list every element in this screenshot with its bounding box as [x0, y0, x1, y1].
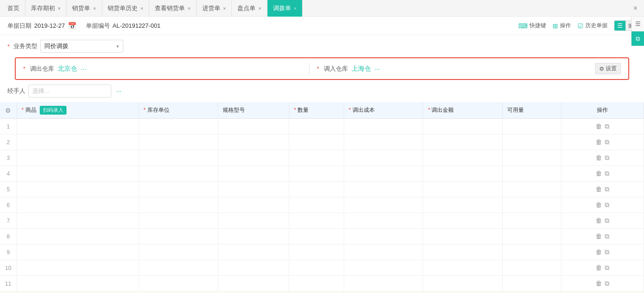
row-1-cost[interactable]: [344, 119, 423, 134]
row-1-amount[interactable]: [423, 119, 503, 134]
handler-label: 经手人: [7, 87, 25, 95]
handler-more-icon[interactable]: ···: [116, 87, 122, 95]
delete-icon-row8[interactable]: 🗑: [595, 232, 602, 240]
row-1-spec[interactable]: [218, 119, 289, 134]
history-button[interactable]: ☑ 历史单据: [577, 22, 608, 30]
copy-icon-row2[interactable]: ⧉: [605, 138, 609, 146]
transfer-in-field: * 调入仓库 上海仓 ···: [317, 65, 595, 73]
required-mark-in: *: [317, 65, 319, 72]
row-1-product[interactable]: [17, 119, 139, 134]
settings-button[interactable]: ⚙ 设置: [595, 63, 621, 74]
copy-icon-row7[interactable]: ⧉: [605, 217, 609, 225]
col-actions: 操作: [561, 102, 644, 119]
table-row: 4 🗑⧉: [0, 166, 644, 182]
transfer-table: ⚙ * 商品 扫码录入 * 库存单位 规格型号 *: [0, 102, 644, 293]
table-container: ⚙ * 商品 扫码录入 * 库存单位 规格型号 *: [0, 102, 644, 293]
copy-icon-row8[interactable]: ⧉: [605, 232, 609, 240]
tab-purchase-order[interactable]: 进货单 ×: [197, 0, 232, 17]
tab-inventory-count[interactable]: 盘点单 ×: [232, 0, 267, 17]
transfer-in-label: 调入仓库: [324, 65, 348, 73]
handler-field: 经手人 选择... ···: [7, 85, 122, 98]
right-sidebar: ☰ ⧉: [631, 17, 644, 46]
toolbar-right: ⌨ 快捷键 ⊞ 操作 ☑ 历史单据 ☰ ⊞: [518, 20, 637, 31]
scan-btn[interactable]: 扫码录入: [40, 106, 67, 115]
table-row: 11 🗑⧉: [0, 276, 644, 292]
row-num-1: 1: [0, 119, 17, 134]
col-product: * 商品 扫码录入: [17, 102, 139, 119]
date-label: 单据日期: [7, 22, 31, 30]
copy-icon-row11[interactable]: ⧉: [605, 280, 609, 287]
calendar-icon[interactable]: 📅: [68, 22, 77, 30]
delete-icon-row4[interactable]: 🗑: [595, 170, 602, 177]
tab-home[interactable]: 首页: [2, 0, 25, 17]
subtotal-cost: 0.00: [344, 292, 423, 293]
row-1-qty[interactable]: [289, 119, 344, 134]
table-header-row: ⚙ * 商品 扫码录入 * 库存单位 规格型号 *: [0, 102, 644, 119]
delete-icon-row7[interactable]: 🗑: [595, 217, 602, 225]
row-1-unit[interactable]: [139, 119, 218, 134]
grid-icon: ⊞: [553, 22, 558, 30]
subtotal-qty: 0.00: [289, 292, 344, 293]
table-row: 1 🗑 ⧉: [0, 119, 644, 134]
date-value: 2019-12-27: [34, 22, 65, 29]
handler-select[interactable]: 选择...: [28, 85, 111, 98]
tab-close-purchase-order[interactable]: ×: [223, 6, 226, 11]
transfer-out-more-icon[interactable]: ···: [81, 65, 86, 73]
copy-icon-row9[interactable]: ⧉: [605, 248, 609, 256]
window-close-button[interactable]: ×: [629, 4, 642, 12]
row-1-available[interactable]: [503, 119, 561, 134]
gear-settings-icon[interactable]: ⚙: [5, 107, 11, 114]
copy-icon-row5[interactable]: ⧉: [605, 185, 609, 193]
shortcuts-button[interactable]: ⌨ 快捷键: [518, 22, 546, 30]
delete-icon-row1[interactable]: 🗑: [595, 122, 602, 130]
sidebar-export-icon[interactable]: ⧉: [632, 31, 644, 46]
tab-view-sales[interactable]: 查看销货单 ×: [149, 0, 196, 17]
toolbar: 单据日期 2019-12-27 📅 单据编号 AL-20191227-001 ⌨…: [0, 17, 644, 35]
delete-icon-row11[interactable]: 🗑: [595, 280, 602, 287]
delete-icon-row2[interactable]: 🗑: [595, 138, 602, 146]
settings-icon: ⚙: [599, 66, 604, 72]
tab-close-inventory-init[interactable]: ×: [58, 6, 61, 11]
business-type-select[interactable]: 同价调拨 ▾: [40, 40, 123, 53]
sidebar-list-icon[interactable]: ☰: [632, 17, 644, 31]
delete-icon-row5[interactable]: 🗑: [595, 185, 602, 193]
layout-list-btn[interactable]: ☰: [614, 21, 626, 31]
tab-close-transfer-order[interactable]: ×: [294, 6, 297, 11]
delete-icon-row6[interactable]: 🗑: [595, 201, 602, 209]
table-row: 3 🗑⧉: [0, 150, 644, 166]
docno-group: 单据编号 AL-20191227-001: [86, 22, 161, 30]
tab-close-sales-history[interactable]: ×: [140, 6, 143, 11]
delete-icon-row10[interactable]: 🗑: [595, 264, 602, 272]
tab-close-inventory-count[interactable]: ×: [258, 6, 261, 11]
business-type-value: 同价调拨: [44, 42, 113, 50]
operations-button[interactable]: ⊞ 操作: [553, 22, 571, 30]
table-row: 5 🗑⧉: [0, 182, 644, 197]
table-row: 10 🗑⧉: [0, 260, 644, 276]
tab-sales-history[interactable]: 销货单历史 ×: [102, 0, 149, 17]
copy-icon-row3[interactable]: ⧉: [605, 154, 609, 162]
transfer-out-value: 北京仓: [58, 65, 77, 73]
table-row: 2 🗑⧉: [0, 134, 644, 150]
dropdown-arrow-icon: ▾: [116, 43, 119, 49]
col-gear: ⚙: [0, 102, 17, 119]
delete-icon-row9[interactable]: 🗑: [595, 248, 602, 256]
delete-icon-row3[interactable]: 🗑: [595, 154, 602, 162]
tab-sales-order[interactable]: 销货单 ×: [67, 0, 102, 17]
transfer-in-value: 上海仓: [352, 65, 371, 73]
warehouse-section: * 调出仓库 北京仓 ··· * 调入仓库 上海仓 ··· ⚙ 设置: [15, 57, 629, 80]
transfer-in-more-icon[interactable]: ···: [375, 65, 380, 73]
tab-close-view-sales[interactable]: ×: [188, 6, 190, 11]
tab-transfer-order[interactable]: 调拨单 ×: [267, 0, 303, 17]
copy-icon-row4[interactable]: ⧉: [605, 170, 609, 177]
transfer-out-label: 调出仓库: [30, 65, 54, 73]
form-row-1: * 业务类型 同价调拨 ▾: [7, 40, 637, 53]
copy-icon-row10[interactable]: ⧉: [605, 264, 609, 272]
subtotal-row: 小计 0.00 0.00 0.00: [0, 292, 644, 293]
subtotal-label: 小计: [17, 292, 289, 293]
tab-close-sales-order[interactable]: ×: [93, 6, 96, 11]
tab-inventory-init[interactable]: 库存期初 ×: [25, 0, 67, 17]
col-amount: * 调出金额: [423, 102, 503, 119]
copy-icon-row6[interactable]: ⧉: [605, 201, 609, 209]
transfer-out-field: * 调出仓库 北京仓 ···: [23, 65, 302, 73]
copy-icon-row1[interactable]: ⧉: [605, 122, 609, 130]
